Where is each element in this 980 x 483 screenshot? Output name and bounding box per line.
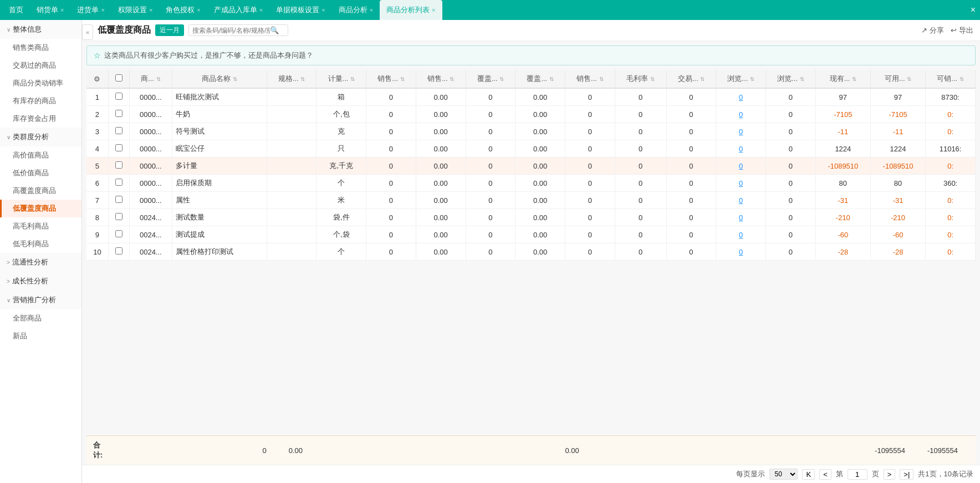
col-spec[interactable]: 规格... ⇅ bbox=[267, 70, 317, 88]
cell-checkbox[interactable] bbox=[108, 106, 129, 123]
sidebar-group-overall[interactable]: ∨ 整体信息 bbox=[0, 20, 81, 39]
cell-view1[interactable]: 0 bbox=[716, 106, 766, 123]
col-view1[interactable]: 浏览... ⇅ bbox=[716, 70, 766, 88]
cell-checkbox[interactable] bbox=[108, 243, 129, 261]
sidebar-collapse-button[interactable]: « bbox=[82, 24, 93, 40]
sidebar-item-high-value[interactable]: 高价值商品 bbox=[0, 146, 81, 164]
cell-checkbox[interactable] bbox=[108, 157, 129, 175]
nav-item-production[interactable]: 产成品入库单 × bbox=[207, 0, 269, 20]
nav-close-sales[interactable]: × bbox=[60, 7, 64, 13]
cell-name: 启用保质期 bbox=[172, 175, 267, 192]
row-checkbox[interactable] bbox=[115, 213, 122, 220]
col-sales3[interactable]: 销售... ⇅ bbox=[565, 70, 615, 88]
cell-view1[interactable]: 0 bbox=[716, 192, 766, 209]
cell-checkbox[interactable] bbox=[108, 123, 129, 140]
cell-checkbox[interactable] bbox=[108, 140, 129, 157]
sidebar-item-low-value[interactable]: 低价值商品 bbox=[0, 164, 81, 182]
sidebar-item-traded-goods[interactable]: 交易过的商品 bbox=[0, 57, 81, 74]
nav-item-purchase[interactable]: 进货单 × bbox=[70, 0, 111, 20]
row-checkbox[interactable] bbox=[115, 230, 122, 237]
cell-checkbox[interactable] bbox=[108, 88, 129, 106]
row-checkbox[interactable] bbox=[115, 196, 122, 203]
cell-current-stock: -1089510 bbox=[815, 157, 870, 175]
page-number-input[interactable] bbox=[848, 469, 867, 480]
sidebar-group-marketing[interactable]: ∨ 营销推广分析 bbox=[0, 291, 81, 309]
row-checkbox[interactable] bbox=[115, 93, 122, 100]
nav-close-purchase[interactable]: × bbox=[101, 7, 104, 13]
cell-checkbox[interactable] bbox=[108, 192, 129, 209]
cell-available-stock: -11 bbox=[870, 123, 925, 140]
cell-view1[interactable]: 0 bbox=[716, 226, 766, 243]
nav-close-analysis-list[interactable]: × bbox=[432, 7, 435, 13]
sidebar-item-new-goods[interactable]: 新品 bbox=[0, 327, 81, 345]
sidebar-item-low-coverage[interactable]: 低覆盖度商品 bbox=[0, 200, 81, 217]
sidebar-item-high-coverage[interactable]: 高覆盖度商品 bbox=[0, 182, 81, 200]
col-cover2[interactable]: 覆盖... ⇅ bbox=[515, 70, 565, 88]
sidebar-item-low-margin[interactable]: 低毛利商品 bbox=[0, 235, 81, 253]
col-transaction[interactable]: 交易... ⇅ bbox=[666, 70, 716, 88]
col-available-stock[interactable]: 可用... ⇅ bbox=[870, 70, 925, 88]
col-unit[interactable]: 计量... ⇅ bbox=[317, 70, 366, 88]
nav-close-analysis[interactable]: × bbox=[370, 7, 373, 13]
cell-view1[interactable]: 0 bbox=[716, 175, 766, 192]
nav-close-all-button[interactable]: × bbox=[971, 5, 976, 15]
sidebar-item-high-margin[interactable]: 高毛利商品 bbox=[0, 217, 81, 235]
select-all-checkbox[interactable] bbox=[115, 74, 122, 82]
col-sales-amount[interactable]: 销售... ⇅ bbox=[416, 70, 466, 88]
row-checkbox[interactable] bbox=[115, 127, 122, 134]
row-checkbox[interactable] bbox=[115, 161, 122, 169]
col-settings[interactable]: ⚙ bbox=[86, 70, 108, 88]
nav-close-permissions[interactable]: × bbox=[149, 7, 152, 13]
col-cover1[interactable]: 覆盖... ⇅ bbox=[466, 70, 515, 88]
nav-item-sales[interactable]: 销货单 × bbox=[30, 0, 70, 20]
row-checkbox[interactable] bbox=[115, 144, 122, 151]
nav-item-analysis[interactable]: 商品分析 × bbox=[332, 0, 380, 20]
cell-view1[interactable]: 0 bbox=[716, 123, 766, 140]
sidebar-item-sales-goods[interactable]: 销售类商品 bbox=[0, 39, 81, 57]
nav-item-template[interactable]: 单据模板设置 × bbox=[269, 0, 331, 20]
col-sales-count[interactable]: 销售... ⇅ bbox=[366, 70, 416, 88]
nav-close-roles[interactable]: × bbox=[197, 7, 200, 13]
share-label: 分享 bbox=[930, 26, 944, 35]
nav-item-home[interactable]: 首页 bbox=[2, 0, 30, 20]
sidebar-group-growth[interactable]: > 成长性分析 bbox=[0, 272, 81, 291]
share-button[interactable]: ↗ 分享 bbox=[921, 26, 944, 35]
search-icon[interactable]: 🔍 bbox=[270, 26, 279, 34]
sidebar-group-flow[interactable]: > 流通性分析 bbox=[0, 253, 81, 272]
cell-checkbox[interactable] bbox=[108, 175, 129, 192]
row-checkbox[interactable] bbox=[115, 247, 122, 255]
sidebar-item-all-goods[interactable]: 全部商品 bbox=[0, 309, 81, 327]
nav-item-permissions[interactable]: 权限设置 × bbox=[111, 0, 159, 20]
nav-item-roles[interactable]: 角色授权 × bbox=[159, 0, 207, 20]
cell-view1[interactable]: 0 bbox=[716, 140, 766, 157]
sidebar-item-category-rate[interactable]: 商品分类动销率 bbox=[0, 74, 81, 92]
nav-item-analysis-list[interactable]: 商品分析列表 × bbox=[380, 0, 442, 20]
row-checkbox[interactable] bbox=[115, 110, 122, 117]
col-gross-margin[interactable]: 毛利率 ⇅ bbox=[615, 70, 666, 88]
col-name[interactable]: 商品名称 ⇅ bbox=[172, 70, 267, 88]
sidebar-group-cluster[interactable]: ∨ 类群度分析 bbox=[0, 128, 81, 146]
last-page-button[interactable]: >| bbox=[900, 469, 913, 480]
sidebar-item-stock-goods[interactable]: 有库存的商品 bbox=[0, 92, 81, 110]
col-code[interactable]: 商... ⇅ bbox=[129, 70, 172, 88]
cell-checkbox[interactable] bbox=[108, 226, 129, 243]
cell-view1[interactable]: 0 bbox=[716, 88, 766, 106]
col-view2[interactable]: 浏览... ⇅ bbox=[766, 70, 816, 88]
period-button[interactable]: 近一月 bbox=[155, 24, 184, 36]
col-saleable[interactable]: 可销... ⇅ bbox=[926, 70, 976, 88]
sidebar-item-stock-funds[interactable]: 库存资金占用 bbox=[0, 110, 81, 128]
next-page-button[interactable]: > bbox=[884, 469, 896, 480]
prev-page-button[interactable]: < bbox=[819, 469, 831, 480]
export-button[interactable]: ↩ 导出 bbox=[951, 26, 973, 35]
col-current-stock[interactable]: 现有... ⇅ bbox=[815, 70, 870, 88]
search-input[interactable] bbox=[192, 27, 270, 34]
nav-close-template[interactable]: × bbox=[321, 7, 325, 13]
first-page-button[interactable]: K bbox=[802, 469, 815, 480]
per-page-select[interactable]: 50 100 200 bbox=[769, 469, 798, 480]
cell-view1[interactable]: 0 bbox=[716, 209, 766, 226]
cell-checkbox[interactable] bbox=[108, 209, 129, 226]
cell-view1[interactable]: 0 bbox=[716, 243, 766, 261]
nav-close-production[interactable]: × bbox=[259, 7, 263, 13]
row-checkbox[interactable] bbox=[115, 179, 122, 186]
cell-view1[interactable]: 0 bbox=[716, 157, 766, 175]
